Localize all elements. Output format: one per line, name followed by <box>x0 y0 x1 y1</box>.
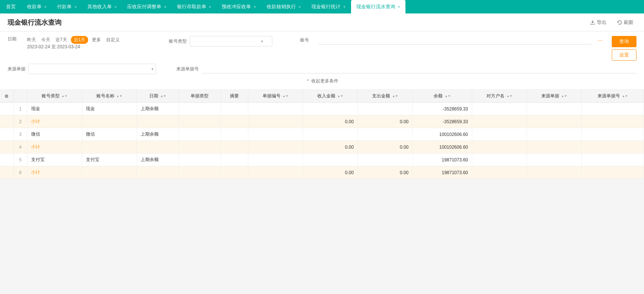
date-label: 日期 <box>8 36 23 42</box>
date-7days[interactable]: 近7天 <box>54 36 69 44</box>
close-tab-3-icon[interactable]: × <box>164 0 166 13</box>
cell-counterparty <box>472 141 527 154</box>
table-header-row: ⚙ 账号类型 ▲▼ 账号名称 ▲▼ 日期 ▲▼ 单据类型 摘要 单据编号 <box>0 90 644 103</box>
cell-settings <box>0 103 14 115</box>
th-expense[interactable]: 支出金额 ▲▼ <box>358 90 413 103</box>
close-tab-2-icon[interactable]: × <box>114 0 117 13</box>
cell-source-doc <box>527 128 582 141</box>
cell-expense <box>358 154 413 166</box>
account-type-select[interactable]: ▾ <box>190 36 272 46</box>
setting-button[interactable]: 设置 <box>612 49 636 61</box>
query-button[interactable]: 查询 <box>612 36 636 47</box>
cell-source-doc <box>527 154 582 166</box>
th-doc-no[interactable]: 单据编号 ▲▼ <box>248 90 303 103</box>
account-input[interactable] <box>318 36 592 44</box>
cell-account-name: 微信 <box>82 128 137 141</box>
sort-expense-icon: ▲▼ <box>392 94 398 98</box>
cell-counterparty <box>472 115 527 128</box>
table-row: 4小计0.000.00100102606.60 <box>0 141 644 154</box>
cell-doc-type <box>179 141 221 154</box>
cell-settings <box>0 154 14 166</box>
cell-doc-type <box>179 128 221 141</box>
source-doc-input[interactable] <box>29 64 152 74</box>
date-more[interactable]: 更多 <box>90 36 102 44</box>
cell-doc-no <box>248 166 303 179</box>
refresh-icon <box>617 20 622 25</box>
table-row: 1现金现金上期余额-3528659.33 <box>0 103 644 115</box>
th-account-name[interactable]: 账号名称 ▲▼ <box>82 90 137 103</box>
th-summary: 摘要 <box>221 90 248 103</box>
date-1month[interactable]: 近1月 <box>71 36 89 44</box>
nav-tab-5[interactable]: 预收冲应收单 × <box>216 0 261 13</box>
collapse-up-icon: ⌃ <box>306 79 310 84</box>
cell-source-doc-no <box>582 141 644 154</box>
cell-summary <box>221 141 248 154</box>
date-custom[interactable]: 自定义 <box>105 36 121 44</box>
cell-no: 3 <box>14 128 27 141</box>
th-income[interactable]: 收入金额 ▲▼ <box>303 90 357 103</box>
th-source-doc[interactable]: 来源单据 ▲▼ <box>527 90 582 103</box>
cell-summary <box>221 154 248 166</box>
cell-date: 上期余额 <box>137 103 179 115</box>
cell-account-type: 现金 <box>27 103 82 115</box>
th-balance[interactable]: 余额 ▲▼ <box>413 90 472 103</box>
cell-doc-type <box>179 154 221 166</box>
date-yesterday[interactable]: 昨天 <box>26 36 38 44</box>
refresh-button[interactable]: 刷新 <box>614 18 636 27</box>
cell-summary <box>221 103 248 115</box>
th-source-doc-no[interactable]: 来源单据号 ▲▼ <box>582 90 644 103</box>
cell-balance: -3528659.33 <box>413 115 472 128</box>
th-settings[interactable]: ⚙ <box>0 90 14 103</box>
table-row: 5支付宝支付宝上期余额19871073.60 <box>0 154 644 166</box>
cell-source-doc-no <box>582 115 644 128</box>
nav-tab-0[interactable]: 收款单 × <box>22 0 52 13</box>
cell-doc-no <box>248 115 303 128</box>
cell-summary <box>221 128 248 141</box>
cell-source-doc <box>527 166 582 179</box>
top-nav: 首页 收款单 × 付款单 × 其他收入单 × 应收应付调整单 × 银行存取款单 … <box>0 0 644 13</box>
nav-home[interactable]: 首页 <box>0 0 22 13</box>
cell-settings <box>0 141 14 154</box>
account-dots-button[interactable]: ··· <box>595 37 606 44</box>
cell-no: 1 <box>14 103 27 115</box>
header-actions: 导出 刷新 <box>587 18 636 27</box>
collapse-button[interactable]: ⌃ 收起更多条件 <box>306 78 338 84</box>
sort-source-doc-no-icon: ▲▼ <box>622 94 628 98</box>
th-no <box>14 90 27 103</box>
th-account-type[interactable]: 账号类型 ▲▼ <box>27 90 82 103</box>
close-tab-5-icon[interactable]: × <box>254 0 256 13</box>
page-title: 现金银行流水查询 <box>8 18 62 27</box>
date-today[interactable]: 今天 <box>40 36 52 44</box>
close-tab-0-icon[interactable]: × <box>44 0 47 13</box>
source-doc-no-input[interactable] <box>202 65 636 73</box>
source-doc-select[interactable]: ▾ <box>29 64 156 74</box>
close-tab-6-icon[interactable]: × <box>299 0 301 13</box>
nav-tab-6[interactable]: 收款核销执行 × <box>261 0 306 13</box>
cell-account-name: 支付宝 <box>82 154 137 166</box>
nav-tab-4[interactable]: 银行存取款单 × <box>172 0 216 13</box>
sort-counterparty-icon: ▲▼ <box>506 94 512 98</box>
export-button[interactable]: 导出 <box>587 18 609 27</box>
cell-source-doc <box>527 115 582 128</box>
account-type-chevron-icon: ▾ <box>261 39 263 43</box>
close-tab-7-icon[interactable]: × <box>343 0 345 13</box>
table-row: 6小计0.000.0019871073.60 <box>0 166 644 179</box>
nav-tab-1[interactable]: 付款单 × <box>52 0 82 13</box>
close-tab-1-icon[interactable]: × <box>74 0 77 13</box>
nav-tab-7[interactable]: 现金银行统计 × <box>306 0 351 13</box>
cell-income: 0.00 <box>303 115 357 128</box>
close-tab-4-icon[interactable]: × <box>209 0 211 13</box>
date-range: 2023-02-24 至 2023-03-24 <box>27 44 121 50</box>
th-counterparty[interactable]: 对方户名 ▲▼ <box>472 90 527 103</box>
nav-tab-8[interactable]: 现金银行流水查询 × <box>351 0 405 13</box>
th-date[interactable]: 日期 ▲▼ <box>137 90 179 103</box>
nav-tab-3[interactable]: 应收应付调整单 × <box>122 0 171 13</box>
cell-account-type: 小计 <box>27 141 82 154</box>
cell-counterparty <box>472 154 527 166</box>
close-tab-8-icon[interactable]: × <box>398 0 400 13</box>
nav-tab-2[interactable]: 其他收入单 × <box>82 0 122 13</box>
sort-balance-icon: ▲▼ <box>445 94 451 98</box>
cell-doc-no <box>248 154 303 166</box>
cell-expense: 0.00 <box>358 115 413 128</box>
cell-counterparty <box>472 166 527 179</box>
